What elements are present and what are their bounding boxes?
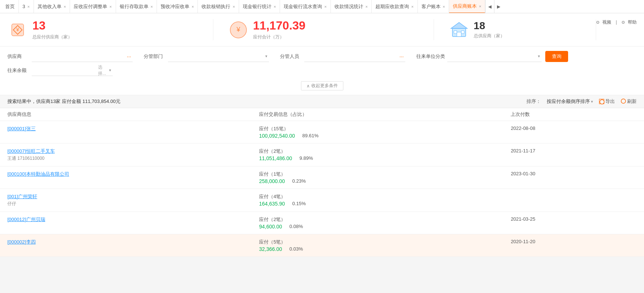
- close-overdue-ar[interactable]: ×: [411, 4, 413, 9]
- nav-tab-supplier-ledger-label: 供应商账本: [453, 3, 477, 10]
- svg-marker-6: [451, 23, 467, 28]
- supplier-name-2[interactable]: [000007]恒旺二手叉车: [7, 148, 259, 155]
- close-ar-ap-adj[interactable]: ×: [109, 4, 112, 9]
- table-row: [001]广州荣轩 仔仔 应付（4笔） 164,635.90 0.15%: [0, 189, 644, 212]
- supplier-input[interactable]: [32, 51, 125, 62]
- export-radio: [599, 99, 604, 104]
- nav-tab-3[interactable]: 3 ×: [19, 0, 34, 13]
- svg-rect-9: [461, 31, 464, 34]
- tx-percent-1: 89.61%: [302, 133, 319, 138]
- nav-tab-ar-ap-adj-label: 应收应付调整单: [74, 3, 107, 10]
- table-row: [000001]张三 应付（15笔） 100,092,540.00 89.61%…: [0, 121, 644, 144]
- result-actions: 排序： 按应付余额倒序排序 ▾ 导出 刷新: [526, 98, 637, 105]
- nav-tab-home[interactable]: 首页: [1, 0, 19, 13]
- top-navigation: 首页 3 × 其他收入单 × 应收应付调整单 × 银行存取款单 × 预收冲应收单…: [0, 0, 644, 13]
- nav-tab-cash-bank-stat[interactable]: 现金银行统计 ×: [239, 0, 280, 13]
- tx-percent-5: 0.08%: [289, 224, 303, 229]
- last-pay-cell-2: 2021-11-17: [511, 148, 637, 154]
- stat-payable-suppliers: ¥ 13 总应付供应商（家）: [7, 19, 213, 40]
- nav-tab-receipt-verify[interactable]: 收款核销执行 ×: [198, 0, 239, 13]
- close-other-income[interactable]: ×: [64, 4, 66, 9]
- total-suppliers-label: 总供应商（家）: [474, 33, 505, 39]
- nav-tab-prepay-ar[interactable]: 预收冲应收单 ×: [157, 0, 198, 13]
- dept-chevron[interactable]: ▾: [264, 54, 269, 59]
- dept-input-wrap: ▾: [168, 51, 269, 62]
- person-input[interactable]: [304, 51, 398, 62]
- tx-amount-5: 94,600.00: [259, 224, 282, 230]
- supplier-sub-4: 仔仔: [7, 201, 259, 207]
- supplier-name-1[interactable]: [000001]张三: [7, 125, 259, 132]
- refresh-radio: [621, 99, 626, 105]
- nav-prev-button[interactable]: ◀: [485, 0, 494, 13]
- filter-balance: 往来余额 选择... ▾: [7, 65, 111, 76]
- video-link[interactable]: 视频: [602, 19, 611, 25]
- person-dots[interactable]: ···: [398, 54, 405, 59]
- balance-input[interactable]: [32, 65, 97, 76]
- nav-tab-cash-flow-query[interactable]: 现金银行流水查询 ×: [280, 0, 330, 13]
- balance-chevron[interactable]: ▾: [108, 68, 113, 73]
- tx-amount-4: 164,635.90: [259, 201, 285, 207]
- nav-tab-receipt-verify-label: 收款核销执行: [202, 3, 230, 10]
- last-pay-6: 2020-11-20: [511, 239, 535, 244]
- col-last-pay: 上次付数: [511, 111, 637, 118]
- payable-suppliers-info: 13 总应付供应商（家）: [32, 19, 72, 40]
- dept-input[interactable]: [168, 51, 264, 62]
- close-supplier-ledger[interactable]: ×: [479, 4, 481, 8]
- svg-rect-8: [454, 31, 457, 34]
- refresh-button[interactable]: 刷新: [621, 98, 637, 105]
- tx-amount-3: 258,000.00: [259, 178, 285, 184]
- tx-cell-4: 应付（4笔） 164,635.90 0.15%: [259, 193, 511, 207]
- table-row: [000007]恒旺二手叉车 王通 17106110000 应付（2笔） 11,…: [0, 144, 644, 166]
- supplier-name-3[interactable]: [000100]本特勤油品有限公司: [7, 171, 259, 177]
- table-row: [000100]本特勤油品有限公司 应付（1笔） 258,000.00 0.23…: [0, 166, 644, 189]
- tx-amount-1: 100,092,540.00: [259, 133, 295, 139]
- category-input[interactable]: [447, 51, 536, 62]
- tx-cell-5: 应付（2笔） 94,600.00 0.08%: [259, 216, 511, 230]
- filter-dept: 分管部门 ▾: [144, 51, 269, 62]
- supplier-name-6[interactable]: [000002]李四: [7, 239, 259, 245]
- tx-percent-2: 9.89%: [300, 155, 313, 161]
- close-cash-bank-stat[interactable]: ×: [274, 4, 276, 9]
- balance-placeholder: 选择...: [97, 64, 108, 77]
- export-button[interactable]: 导出: [599, 98, 615, 105]
- close-cash-flow-query[interactable]: ×: [324, 4, 326, 9]
- filter-row-1: 供应商 ··· 分管部门 ▾ 分管人员 ··· 往来单位分: [7, 51, 637, 62]
- nav-tab-overdue-ar[interactable]: 超期应收款查询 ×: [372, 0, 417, 13]
- supplier-cell-4: [001]广州荣轩 仔仔: [7, 193, 259, 207]
- close-bank-deposit[interactable]: ×: [151, 4, 153, 9]
- category-input-wrap: ▾: [447, 51, 542, 62]
- person-label: 分管人员: [280, 53, 302, 60]
- nav-tab-3-close[interactable]: ×: [27, 4, 29, 9]
- sort-label: 排序：: [526, 98, 541, 105]
- filter-row-2: 往来余额 选择... ▾: [7, 65, 637, 76]
- help-link[interactable]: 帮助: [628, 19, 637, 25]
- collapse-button[interactable]: ∧ 收起更多条件: [301, 81, 343, 90]
- tx-percent-6: 0.03%: [289, 246, 303, 252]
- refresh-label: 刷新: [627, 98, 637, 105]
- tx-label-5: 应付（2笔）: [259, 216, 511, 223]
- tx-label-2: 应付（2笔）: [259, 148, 511, 155]
- search-button[interactable]: 查询: [545, 51, 568, 62]
- close-receipt-stat[interactable]: ×: [365, 4, 368, 9]
- supplier-dots[interactable]: ···: [125, 54, 133, 59]
- nav-tab-bank-deposit[interactable]: 银行存取款单 ×: [116, 0, 157, 13]
- close-customer-ledger[interactable]: ×: [443, 4, 445, 9]
- sort-select[interactable]: 按应付余额倒序排序 ▾: [547, 98, 593, 105]
- nav-tab-customer-ledger[interactable]: 客户账本 ×: [418, 0, 449, 13]
- nav-tab-cash-bank-stat-label: 现金银行统计: [243, 3, 272, 10]
- nav-tab-customer-ledger-label: 客户账本: [421, 3, 441, 10]
- nav-next-button[interactable]: ▶: [494, 0, 503, 13]
- nav-tab-other-income[interactable]: 其他收入单 ×: [34, 0, 70, 13]
- svg-point-10: [600, 100, 604, 104]
- nav-tab-ar-ap-adj[interactable]: 应收应付调整单 ×: [70, 0, 116, 13]
- supplier-name-4[interactable]: [001]广州荣轩: [7, 193, 259, 200]
- nav-tab-supplier-ledger[interactable]: 供应商账本 ×: [449, 0, 485, 13]
- col-tx-info: 应付交易信息（占比）: [259, 111, 511, 118]
- nav-tab-receipt-stat-label: 收款情况统计: [335, 3, 363, 10]
- supplier-name-5[interactable]: [000012]广州贝瑞: [7, 216, 259, 223]
- close-prepay-ar[interactable]: ×: [192, 4, 194, 9]
- nav-tab-receipt-stat[interactable]: 收款情况统计 ×: [331, 0, 372, 13]
- close-receipt-verify[interactable]: ×: [232, 4, 235, 9]
- category-chevron[interactable]: ▾: [536, 54, 542, 59]
- person-input-wrap: ···: [304, 51, 405, 62]
